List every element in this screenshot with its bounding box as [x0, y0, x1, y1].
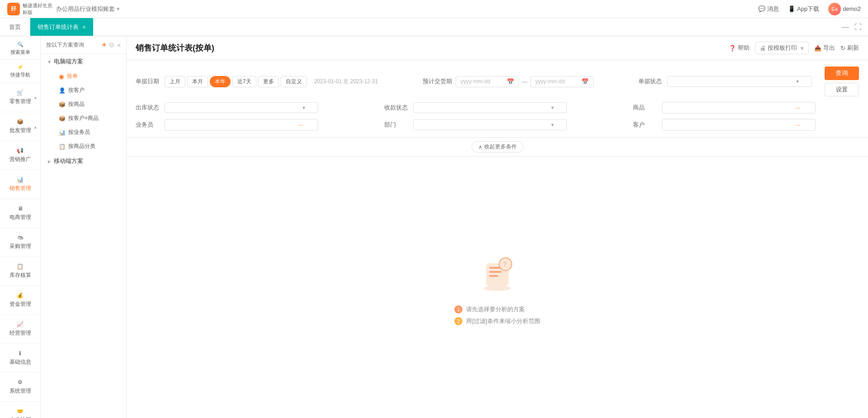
tab-minimize-button[interactable]: — [841, 22, 850, 32]
sidebar-item-marketing[interactable]: 📢 营销推广 [0, 141, 40, 170]
tree-section-mobile[interactable]: ▸ 移动端方案 [41, 153, 126, 169]
expected-delivery-date-range: yyyy-mm-dd 📅 — yyyy-mm-dd 📅 [456, 76, 594, 87]
date-btn-custom[interactable]: 自定义 [281, 76, 307, 87]
empty-tip-2: 2 用[过滤]条件来缩小分析范围 [454, 317, 540, 325]
expected-delivery-from[interactable]: yyyy-mm-dd 📅 [456, 76, 519, 87]
query-button[interactable]: 查询 [825, 66, 859, 80]
by-customer-icon: 👤 [59, 87, 66, 94]
help-button[interactable]: ❓ 帮助 [729, 44, 750, 52]
sidebar-item-ecommerce[interactable]: 🖥 电商管理 [0, 199, 40, 228]
dept-label: 部门 [384, 121, 410, 129]
purchase-icon: 🛍 [18, 234, 23, 241]
by-salesperson-icon: 📊 [59, 129, 66, 136]
date-btn-this-year[interactable]: 本年 [210, 76, 231, 87]
date-filter-group: 单据日期 上月 本月 本年 近7天 更多 自定义 [136, 76, 307, 87]
avatar: Ea [828, 3, 841, 15]
order-status-group: 单据状态 ▾ [638, 76, 812, 87]
action-buttons: 查询 设置 [819, 66, 859, 96]
sidebar-item-basic[interactable]: ℹ 基础信息 [0, 344, 40, 373]
tab-close-button[interactable]: × [82, 24, 86, 30]
sidebar-quick-nav[interactable]: ⚡ 快捷导航 [0, 60, 40, 83]
salesperson-more-icon[interactable]: ··· [296, 121, 305, 128]
payment-status-label: 收款状态 [384, 104, 410, 112]
date-btn-last-7-days[interactable]: 近7天 [232, 76, 256, 87]
svg-text:?: ? [503, 261, 507, 268]
settings-button[interactable]: 设置 [825, 83, 859, 96]
app-download-icon: 📱 [788, 5, 795, 12]
collapse-button[interactable]: ∧ 收起更多条件 [472, 141, 524, 152]
sales-icon: 📊 [17, 176, 24, 183]
breadcrumb-dropdown-icon[interactable]: ▾ [117, 5, 120, 12]
scheme-by-order[interactable]: ◉ 按单 [53, 69, 126, 83]
date-btn-last-month[interactable]: 上月 [165, 76, 185, 87]
order-status-select[interactable]: ▾ [667, 76, 812, 87]
template-print-button[interactable]: 🖨 按模板打印 ▾ [755, 42, 809, 54]
tab-home[interactable]: 首页 [0, 18, 30, 36]
topbar: 好 畅捷通好生意 标版 办公用品行业模拟账套 ▾ 💬 消息 📱 App下载 Ea… [0, 0, 868, 18]
scheme-settings-icon[interactable]: ⊙ [109, 41, 114, 48]
goods-group: 商品 ··· [633, 102, 816, 114]
sidebar-item-system[interactable]: ⚙ 系统管理 [0, 373, 40, 402]
user-profile[interactable]: Ea demo2 [828, 3, 861, 15]
goods-select[interactable]: ··· [662, 102, 816, 114]
tree-section-desktop[interactable]: ▾ 电脑端方案 [41, 54, 126, 69]
finance-icon: 💰 [17, 292, 24, 299]
scheme-by-salesperson[interactable]: 📊 按业务员 [53, 125, 126, 139]
expected-delivery-to[interactable]: yyyy-mm-dd 📅 [530, 76, 594, 87]
sidebar-search-menu[interactable]: 🔍 搜索菜单 [0, 36, 40, 60]
customer-select[interactable]: ··· [662, 119, 816, 131]
salesperson-select[interactable]: ··· [165, 119, 318, 131]
panel-collapse-icon[interactable]: « [117, 41, 121, 48]
app-download-button[interactable]: 📱 App下载 [788, 5, 819, 13]
main-layout: 🔍 搜索菜单 ⚡ 快捷导航 🛒 零售管理 ▾ 📦 批发管理 ▴ 📢 营销推广 📊… [0, 36, 868, 418]
svg-rect-4 [489, 275, 498, 277]
scheme-by-goods[interactable]: 📦 按商品 [53, 97, 126, 111]
tree-mobile-expand-icon: ▸ [48, 158, 51, 165]
ecommerce-icon: 🖥 [18, 205, 23, 212]
sidebar-item-sales[interactable]: 📊 销售管理 [0, 170, 40, 199]
collapse-bar: ∧ 收起更多条件 [127, 138, 868, 157]
sidebar-item-operations[interactable]: 📈 经营管理 [0, 315, 40, 344]
payment-status-select[interactable]: ▾ [413, 102, 567, 113]
sidebar-item-wholesale[interactable]: 📦 批发管理 ▴ [0, 112, 40, 141]
tab-sales-order[interactable]: 销售订单统计表 × [30, 18, 93, 36]
sidebar-item-inventory[interactable]: 📋 库存核算 [0, 257, 40, 286]
filter-area: 单据日期 上月 本月 本年 近7天 更多 自定义 2023-01-01 至 20… [127, 60, 868, 138]
delivery-status-select[interactable]: ▾ [165, 102, 318, 113]
goods-more-icon[interactable]: ··· [793, 104, 802, 111]
scheme-by-goods-category[interactable]: 📋 按商品分类 [53, 139, 126, 153]
dept-select[interactable]: ▾ [413, 119, 567, 130]
collapse-arrow-icon: ∧ [478, 144, 482, 150]
message-button[interactable]: 💬 消息 [758, 5, 779, 13]
date-btn-more[interactable]: 更多 [258, 76, 279, 87]
tab-maximize-button[interactable]: ⛶ [854, 22, 863, 32]
left-panel-title: 按以下方案查询 [46, 41, 84, 49]
scheme-by-customer[interactable]: 👤 按客户 [53, 83, 126, 97]
sidebar-item-finance[interactable]: 💰 资金管理 [0, 286, 40, 315]
payment-status-group: 收款状态 ▾ [384, 102, 567, 113]
quick-nav-icon: ⚡ [17, 64, 24, 70]
sidebar-item-retail[interactable]: 🛒 零售管理 ▾ [0, 83, 40, 112]
scheme-by-customer-goods[interactable]: 📦 按客户+商品 [53, 111, 126, 125]
svg-point-0 [484, 285, 511, 291]
by-customer-goods-icon: 📦 [59, 115, 66, 122]
filter-row-2: 出库状态 ▾ 收款状态 ▾ [136, 102, 859, 114]
sidebar-item-enterprise[interactable]: 🤝 企业协同 [0, 402, 40, 418]
empty-state: ? 1 请先选择要分析的方案 2 用[过滤]条件来缩小分析范围 [127, 157, 868, 418]
topbar-left: 好 畅捷通好生意 标版 办公用品行业模拟账套 ▾ [7, 2, 120, 15]
date-btn-this-month[interactable]: 本月 [187, 76, 208, 87]
tabbar-actions: — ⛶ [835, 18, 868, 36]
page-title: 销售订单统计表(按单) [136, 43, 214, 53]
add-scheme-button[interactable]: + [102, 41, 106, 49]
page-actions: ❓ 帮助 🖨 按模板打印 ▾ 📤 导出 ↻ 刷新 [729, 42, 859, 54]
tip-number-1: 1 [454, 305, 462, 314]
refresh-button[interactable]: ↻ 刷新 [840, 44, 859, 52]
order-status-chevron-icon: ▾ [796, 78, 799, 85]
retail-icon: 🛒 [17, 90, 24, 96]
system-icon: ⚙ [18, 379, 23, 385]
customer-more-icon[interactable]: ··· [793, 121, 802, 128]
export-button[interactable]: 📤 导出 [814, 44, 835, 52]
sidebar-item-purchase[interactable]: 🛍 采购管理 [0, 228, 40, 257]
help-icon: ❓ [729, 45, 736, 52]
date-separator: — [522, 78, 528, 85]
